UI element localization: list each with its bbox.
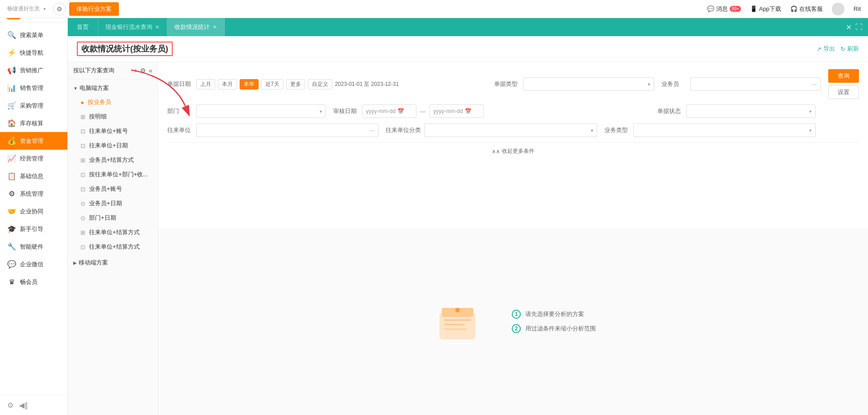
trial-button[interactable]: 体验行业方案 — [69, 2, 119, 16]
message-area[interactable]: 💬 消息 99+ — [707, 5, 741, 13]
voucher-status-arrow: ▾ — [809, 109, 811, 114]
scheme-item-partner-date[interactable]: ⊡ 往来单位+日期 — [68, 138, 158, 153]
app-download-label: App下载 — [759, 5, 781, 13]
avatar[interactable] — [832, 3, 844, 15]
scheme-item-staff[interactable]: ● 按业务员 — [68, 95, 158, 109]
header-settings-icon[interactable]: ⚙ — [53, 3, 66, 15]
scheme-item-partner-settle1-label: 往来单位+结算方式 — [89, 228, 140, 236]
date-btn-more[interactable]: 更多 — [286, 79, 305, 90]
date-btn-last-month[interactable]: 上月 — [196, 79, 215, 90]
tab-home[interactable]: 首页 — [68, 18, 98, 36]
settings-button[interactable]: 设置 — [828, 85, 859, 99]
dept-label: 部门 — [167, 107, 193, 115]
business-type-select[interactable]: ▾ — [633, 123, 816, 137]
tab-close-btn[interactable]: ✕ — [846, 23, 852, 32]
partner-select[interactable]: ··· — [196, 123, 378, 137]
voucher-status-label: 单据状态 — [657, 107, 683, 115]
sidebar-item-member[interactable]: ♛ 畅会员 — [0, 273, 67, 291]
filter-row-2: 部门 ▾ 审核日期 yyyy-mm-dd 📅 — [167, 104, 859, 118]
sidebar-item-wechat[interactable]: 💬 企业微信 — [0, 255, 67, 273]
date-btn-7days[interactable]: 近7天 — [261, 79, 283, 90]
scheme-desktop-group-header[interactable]: ▼ 电脑端方案 — [68, 81, 158, 95]
review-date-from[interactable]: yyyy-mm-dd 📅 — [362, 104, 416, 118]
sidebar-item-guide[interactable]: 🎓 新手引导 — [0, 220, 67, 238]
sidebar-settings-icon[interactable]: ⚙ — [7, 401, 14, 410]
scheme-item-partner-settle1[interactable]: ⊞ 往来单位+结算方式 — [68, 225, 158, 240]
sidebar-item-hardware[interactable]: 🔧 智能硬件 — [0, 238, 67, 255]
scheme-item-partner-acct[interactable]: ⊡ 往来单位+账号 — [68, 124, 158, 138]
sidebar-item-quick[interactable]: ⚡ 快捷导航 — [0, 44, 67, 61]
tab-collection[interactable]: 收款情况统计 ✕ — [167, 18, 225, 36]
sidebar-bottom: ⚙ ◀‖ — [0, 395, 67, 415]
header-right: 💬 消息 99+ 📱 App下载 🎧 在线客服 Rit — [707, 3, 861, 15]
sidebar-item-collab[interactable]: 🤝 企业协同 — [0, 203, 67, 220]
tab-cashflow[interactable]: 现金银行流水查询 ✕ — [98, 18, 167, 36]
scheme-settings-btn[interactable]: ⚙ — [140, 67, 146, 74]
date-btn-this-year[interactable]: 本年 — [240, 79, 259, 90]
sidebar-item-label-hardware: 智能硬件 — [20, 243, 43, 251]
scheme-item-dept-date[interactable]: ⊙ 部门+日期 — [68, 211, 158, 225]
sidebar-item-basic[interactable]: 📋 基础信息 — [0, 167, 67, 185]
scheme-item-staff-acct-label: 业务员+账号 — [89, 185, 122, 193]
hardware-icon: 🔧 — [7, 242, 16, 251]
sidebar-item-operation[interactable]: 📈 经营管理 — [0, 150, 67, 167]
staff-label: 业务员 — [661, 80, 687, 88]
sidebar-item-marketing[interactable]: 📢 营销推广 — [0, 61, 67, 79]
voucher-status-select[interactable]: ▾ — [686, 104, 816, 118]
date-btn-custom[interactable]: 自定义 — [308, 79, 332, 90]
sidebar-item-sales[interactable]: 📊 销售管理 — [0, 79, 67, 97]
scheme-mobile-group-header[interactable]: ▶ 移动端方案 — [68, 256, 158, 269]
scheme-item-partner-settle2[interactable]: ⊡ 往来单位+结算方式 — [68, 240, 158, 254]
scheme-header-label: 按以下方案查询 — [73, 66, 114, 75]
scheme-header: 按以下方案查询 + ⚙ « — [68, 62, 158, 80]
filter-item-staff: 业务员 ··· — [661, 77, 821, 91]
scheme-add-btn[interactable]: + — [134, 67, 137, 74]
guide-icon: 🎓 — [7, 225, 16, 233]
sidebar-item-label-search: 搜索菜单 — [20, 31, 43, 39]
date-btn-this-month[interactable]: 本月 — [218, 79, 237, 90]
voucher-type-select[interactable]: ▾ — [523, 77, 654, 91]
empty-steps: 1 请先选择要分析的方案 2 用过滤条件来缩小分析范围 — [512, 310, 596, 333]
empty-step-2: 2 用过滤条件来缩小分析范围 — [512, 324, 596, 333]
tab-cashflow-close[interactable]: ✕ — [155, 24, 160, 30]
collapse-bar[interactable]: ∧∧ 收起更多条件 — [167, 142, 859, 160]
sidebar-collapse-icon[interactable]: ◀‖ — [19, 401, 28, 410]
staff-dots[interactable]: ··· — [811, 80, 817, 88]
svg-rect-3 — [444, 319, 471, 321]
tab-fullscreen-btn[interactable]: ⛶ — [855, 23, 863, 31]
tab-collection-label: 收款情况统计 — [175, 23, 210, 31]
dept-select[interactable]: ▾ — [196, 104, 326, 118]
service-area[interactable]: 🎧 在线客服 — [790, 5, 823, 13]
review-date-to[interactable]: yyyy-mm-dd 📅 — [429, 104, 484, 118]
scheme-item-staff-acct[interactable]: ⊡ 业务员+账号 — [68, 182, 158, 196]
scheme-item-detail[interactable]: ⊞ 按明细 — [68, 109, 158, 124]
sidebar-item-search[interactable]: 🔍 搜索菜单 — [0, 26, 67, 44]
scheme-item-staff-date[interactable]: ⊙ 业务员+日期 — [68, 196, 158, 211]
sidebar-item-label-finance: 资金管理 — [20, 137, 43, 145]
refresh-button[interactable]: ↻ 刷新 — [840, 45, 859, 53]
sidebar-nav: 🔍 搜索菜单 ⚡ 快捷导航 📢 营销推广 📊 销售管理 🛒 采购管理 🏠 库存核… — [0, 23, 67, 395]
sidebar-item-purchase[interactable]: 🛒 采购管理 — [0, 97, 67, 114]
sidebar-item-label-member: 畅会员 — [20, 278, 38, 286]
filter-item-dept: 部门 ▾ — [167, 104, 326, 118]
sidebar-item-finance[interactable]: 💰 资金管理 — [0, 132, 67, 150]
tab-collection-close[interactable]: ✕ — [212, 24, 217, 30]
breadcrumb-dropdown-icon[interactable]: ▾ — [43, 6, 46, 11]
sidebar-item-system[interactable]: ⚙ 系统管理 — [0, 185, 67, 203]
scheme-item-staff-settle[interactable]: ⊞ 业务员+结算方式 — [68, 153, 158, 167]
content-body: 按以下方案查询 + ⚙ « ▼ 电脑端方案 ● 按业务员 — [68, 62, 868, 415]
partner-dept-icon: ⊡ — [80, 171, 85, 178]
export-button[interactable]: ↗ 导出 — [816, 45, 835, 53]
scheme-collapse-btn[interactable]: « — [149, 67, 152, 74]
app-download-area[interactable]: 📱 App下载 — [750, 5, 781, 13]
partner-category-select[interactable]: ▾ — [425, 123, 597, 137]
message-label: 消息 — [716, 5, 728, 13]
sidebar-item-inventory[interactable]: 🏠 库存核算 — [0, 114, 67, 132]
svg-rect-4 — [444, 324, 464, 325]
staff-select[interactable]: ··· — [690, 77, 821, 91]
voucher-type-arrow: ▾ — [648, 82, 650, 87]
sidebar-item-label-quick: 快捷导航 — [20, 49, 43, 57]
scheme-item-partner-dept[interactable]: ⊡ 按往来单位+部门+收... — [68, 167, 158, 182]
partner-dots[interactable]: ··· — [369, 127, 375, 134]
query-button[interactable]: 查询 — [828, 69, 859, 83]
